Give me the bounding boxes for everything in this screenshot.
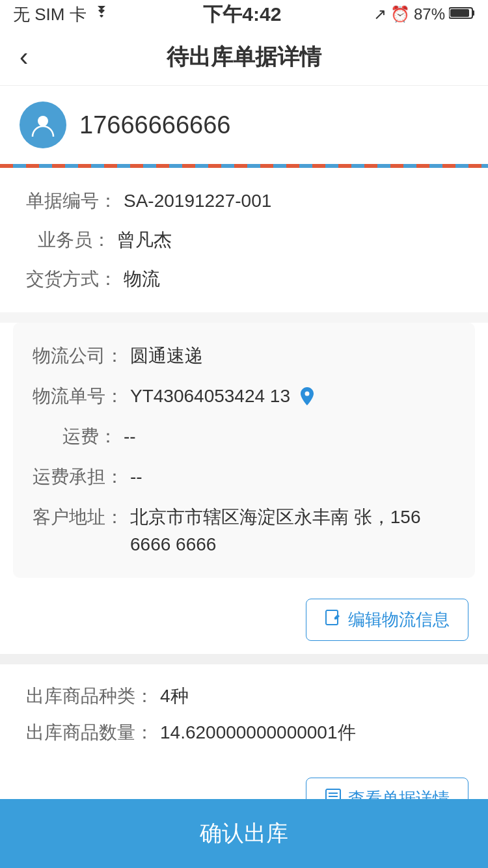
logistics-company-value: 圆通速递 (130, 342, 455, 370)
goods-quantity-label: 出库商品数量： (26, 720, 154, 745)
address-row: 客户地址： 北京市市辖区海淀区永丰南 张，156 6666 6666 (33, 504, 455, 558)
location-status-icon: ↗ (373, 5, 386, 23)
document-info-section: 单据编号： SA-20191227-001 业务员： 曾凡杰 交货方式： 物流 (0, 168, 488, 312)
freight-row: 运费： -- (33, 423, 455, 450)
doc-no-label: 单据编号： (26, 187, 117, 215)
status-bar: 无 SIM 卡 下午4:42 ↗ ⏰ 87% (0, 0, 488, 29)
battery-icon (449, 5, 475, 23)
customer-header: 17666666666 (0, 86, 488, 164)
goods-types-value: 4种 (160, 684, 189, 709)
freight-label: 运费： (33, 423, 117, 450)
status-left: 无 SIM 卡 (13, 3, 111, 26)
goods-summary-section: 出库商品种类： 4种 出库商品数量： 14.620000000000001件 (0, 664, 488, 765)
section-divider (0, 654, 488, 664)
edit-logistics-button[interactable]: 编辑物流信息 (306, 599, 468, 641)
alarm-icon: ⏰ (390, 5, 410, 23)
delivery-label: 交货方式： (26, 265, 117, 293)
doc-no-row: 单据编号： SA-20191227-001 (26, 187, 462, 215)
logistics-company-label: 物流公司： (33, 342, 124, 370)
address-label: 客户地址： (33, 504, 124, 531)
battery-text: 87% (414, 5, 445, 23)
freight-bear-row: 运费承担： -- (33, 463, 455, 491)
logistics-tracking-row: 物流单号： YT43064053424 13 (33, 383, 455, 410)
goods-quantity-row: 出库商品数量： 14.620000000000001件 (26, 720, 462, 745)
map-pin-icon[interactable] (297, 386, 318, 407)
customer-phone: 17666666666 (79, 111, 230, 139)
freight-bear-value: -- (130, 463, 455, 491)
signal-text: 无 SIM 卡 (13, 3, 87, 26)
status-time: 下午4:42 (203, 1, 281, 28)
wifi-icon (92, 5, 111, 25)
edit-logistics-btn-area: 编辑物流信息 (0, 588, 488, 654)
doc-no-value: SA-20191227-001 (124, 187, 462, 215)
salesman-label: 业务员： (26, 226, 111, 254)
salesman-row: 业务员： 曾凡杰 (26, 226, 462, 254)
logistics-company-row: 物流公司： 圆通速递 (33, 342, 455, 370)
back-button[interactable]: ‹ (20, 42, 28, 72)
svg-rect-1 (472, 10, 474, 16)
freight-bear-label: 运费承担： (33, 463, 124, 491)
salesman-value: 曾凡杰 (117, 226, 462, 254)
address-value: 北京市市辖区海淀区永丰南 张，156 6666 6666 (130, 504, 455, 558)
svg-rect-2 (450, 9, 469, 17)
avatar (20, 102, 66, 148)
nav-bar: ‹ 待出库单据详情 (0, 29, 488, 86)
confirm-btn-label: 确认出库 (200, 819, 288, 848)
freight-value: -- (124, 423, 455, 450)
logistics-section: 物流公司： 圆通速递 物流单号： YT43064053424 13 运费： -- (13, 323, 475, 578)
goods-quantity-value: 14.620000000000001件 (160, 720, 356, 745)
goods-types-label: 出库商品种类： (26, 684, 154, 709)
edit-icon (325, 609, 342, 631)
goods-types-row: 出库商品种类： 4种 (26, 684, 462, 709)
logistics-tracking-label: 物流单号： (33, 383, 124, 410)
delivery-value: 物流 (124, 265, 462, 293)
edit-logistics-label: 编辑物流信息 (348, 608, 450, 631)
svg-point-3 (38, 116, 48, 126)
delivery-row: 交货方式： 物流 (26, 265, 462, 293)
status-right: ↗ ⏰ 87% (373, 5, 475, 23)
logistics-tracking-value: YT43064053424 13 (130, 383, 455, 410)
page-title: 待出库单据详情 (167, 42, 321, 72)
confirm-outbound-button[interactable]: 确认出库 (0, 799, 488, 868)
